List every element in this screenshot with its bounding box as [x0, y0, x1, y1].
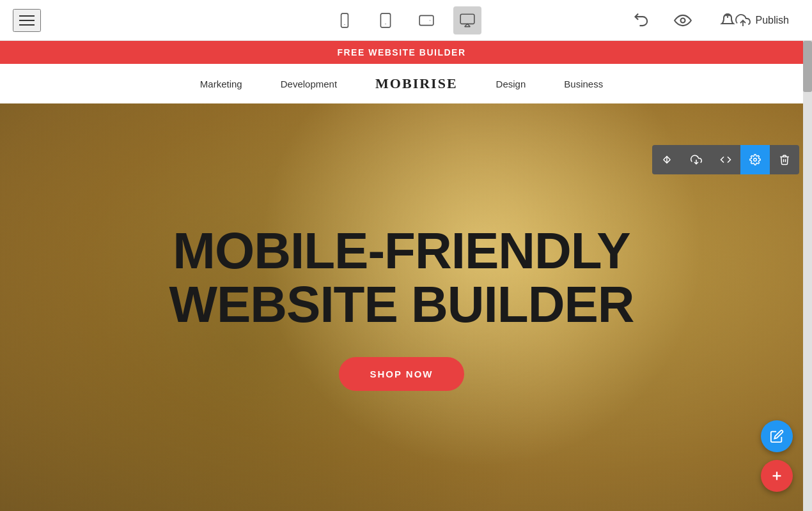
hero-title-line1: MOBILE-FRIENDLY [173, 222, 630, 279]
section-code-button[interactable] [711, 145, 740, 174]
preview-button[interactable] [669, 6, 697, 34]
mobile-view-button[interactable] [331, 6, 359, 34]
canvas-wrapper: FREE WEBSITE BUILDER Marketing Developme… [0, 41, 812, 511]
hamburger-menu-button[interactable] [13, 9, 41, 32]
fab-area [761, 420, 793, 492]
section-toolbar [652, 145, 799, 174]
svg-rect-4 [419, 15, 433, 25]
scrollbar[interactable] [803, 41, 812, 511]
svg-point-12 [754, 158, 757, 162]
section-save-button[interactable] [682, 145, 711, 174]
website-preview: FREE WEBSITE BUILDER Marketing Developme… [0, 41, 803, 511]
svg-point-8 [680, 18, 685, 22]
nav-item-development[interactable]: Development [281, 79, 337, 89]
hero-content: MOBILE-FRIENDLY WEBSITE BUILDER SHOP NOW [143, 224, 659, 391]
hero-title-line2: WEBSITE BUILDER [169, 276, 634, 333]
fab-edit-button[interactable] [761, 420, 793, 452]
hero-title: MOBILE-FRIENDLY WEBSITE BUILDER [169, 224, 634, 332]
tablet-landscape-view-button[interactable] [412, 6, 441, 34]
nav-item-design[interactable]: Design [496, 79, 526, 89]
toolbar-right: Publish [628, 6, 799, 34]
section-settings-button[interactable] [740, 145, 770, 174]
tablet-view-button[interactable] [371, 6, 400, 34]
promo-banner: FREE WEBSITE BUILDER [0, 41, 803, 64]
hero-cta-button[interactable]: SHOP NOW [339, 357, 464, 391]
svg-rect-0 [341, 13, 348, 27]
promo-banner-text: FREE WEBSITE BUILDER [337, 47, 465, 57]
site-nav: Marketing Development MOBIRISE Design Bu… [0, 64, 803, 103]
fab-add-button[interactable] [761, 460, 793, 492]
undo-button[interactable] [628, 6, 656, 34]
section-delete-button[interactable] [770, 145, 799, 174]
svg-rect-2 [380, 13, 390, 27]
publish-label: Publish [756, 15, 789, 26]
toolbar-left [13, 9, 41, 32]
nav-item-business[interactable]: Business [564, 79, 603, 89]
nav-item-marketing[interactable]: Marketing [200, 79, 242, 89]
section-move-button[interactable] [652, 145, 682, 174]
site-logo: MOBIRISE [375, 75, 457, 92]
publish-button[interactable]: Publish [710, 8, 799, 33]
scrollbar-thumb[interactable] [803, 41, 812, 92]
svg-rect-6 [460, 14, 474, 24]
desktop-view-button[interactable] [453, 6, 481, 34]
top-toolbar: Publish [0, 0, 812, 41]
device-switcher [331, 6, 481, 34]
